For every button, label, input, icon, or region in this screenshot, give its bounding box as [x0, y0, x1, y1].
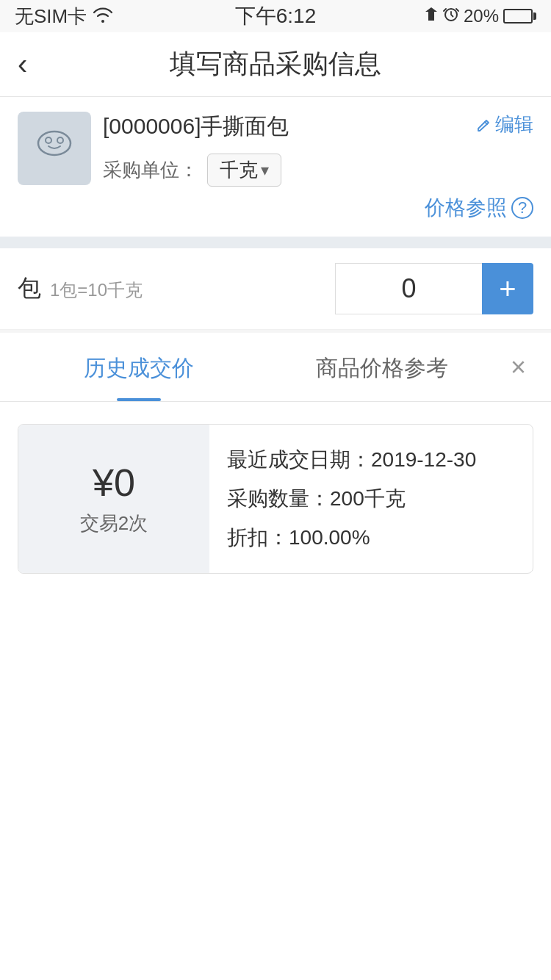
price-transactions: 交易2次 — [80, 511, 148, 536]
chevron-down-icon: ▾ — [261, 161, 269, 180]
product-image — [18, 112, 91, 185]
wifi-icon — [93, 5, 113, 28]
tabs-panel: 历史成交价 商品价格参考 × ¥0 交易2次 最近成交日期：2019-12-30… — [0, 333, 551, 596]
quantity-left: 包 1包=10千克 — [18, 273, 143, 305]
discount-value: 100.00% — [289, 526, 370, 549]
product-second-row: 价格参照 ? — [18, 194, 533, 222]
history-content: ¥0 交易2次 最近成交日期：2019-12-30 采购数量：200千克 折扣：… — [0, 402, 551, 596]
svg-point-3 — [57, 137, 63, 143]
location-icon — [424, 6, 439, 26]
unit-select-text: 千克 — [220, 157, 258, 183]
tab-product-price-ref[interactable]: 商品价格参考 — [260, 333, 503, 401]
product-header: [0000006]手撕面包 采购单位： 千克 ▾ 编辑 — [18, 112, 533, 187]
recent-date-row: 最近成交日期：2019-12-30 — [227, 445, 515, 474]
purchase-quantity-label: 采购数量： — [227, 487, 330, 510]
price-amount: 0 — [114, 461, 135, 504]
tabs-header: 历史成交价 商品价格参考 × — [0, 333, 551, 402]
discount-label: 折扣： — [227, 526, 289, 549]
back-button[interactable]: ‹ — [18, 48, 27, 81]
status-bar: 无SIM卡 下午6:12 20% — [0, 0, 551, 32]
recent-date-label: 最近成交日期： — [227, 448, 371, 471]
package-unit-label: 包 — [18, 273, 41, 305]
battery-percent: 20% — [464, 6, 499, 26]
discount-row: 折扣：100.00% — [227, 523, 515, 552]
edit-label: 编辑 — [495, 112, 533, 137]
product-unit-row: 采购单位： 千克 ▾ — [103, 154, 289, 187]
product-name: [0000006]手撕面包 — [103, 112, 289, 142]
tab-history-price[interactable]: 历史成交价 — [18, 333, 260, 401]
nav-bar: ‹ 填写商品采购信息 — [0, 32, 551, 97]
price-reference-button[interactable]: 价格参照 ? — [425, 194, 533, 222]
price-value: ¥0 — [93, 461, 135, 505]
svg-point-2 — [46, 137, 51, 143]
product-card: [0000006]手撕面包 采购单位： 千克 ▾ 编辑 价格参照 ? — [0, 97, 551, 237]
svg-point-1 — [38, 131, 71, 155]
purchase-quantity-value: 200千克 — [330, 487, 406, 510]
recent-date-value: 2019-12-30 — [371, 448, 476, 471]
tabs-close-button[interactable]: × — [503, 337, 533, 397]
product-left: [0000006]手撕面包 采购单位： 千克 ▾ — [18, 112, 289, 187]
price-card-right: 最近成交日期：2019-12-30 采购数量：200千克 折扣：100.00% — [209, 425, 533, 573]
status-left: 无SIM卡 — [15, 4, 113, 29]
price-card: ¥0 交易2次 最近成交日期：2019-12-30 采购数量：200千克 折扣：… — [18, 424, 533, 574]
battery-icon — [503, 9, 536, 24]
status-right: 20% — [424, 6, 536, 26]
product-thumbnail-icon — [32, 123, 76, 175]
price-ref-label: 价格参照 — [425, 194, 507, 222]
price-card-left: ¥0 交易2次 — [18, 425, 209, 573]
conversion-label: 1包=10千克 — [50, 278, 143, 302]
carrier-text: 无SIM卡 — [15, 4, 87, 29]
quantity-row: 包 1包=10千克 + — [0, 248, 551, 330]
help-icon: ? — [511, 197, 533, 219]
price-currency: ¥ — [93, 461, 114, 504]
purchase-quantity-row: 采购数量：200千克 — [227, 484, 515, 513]
edit-button[interactable]: 编辑 — [476, 112, 533, 137]
product-info: [0000006]手撕面包 采购单位： 千克 ▾ — [103, 112, 289, 187]
alarm-icon — [443, 6, 459, 26]
quantity-plus-button[interactable]: + — [482, 263, 533, 314]
status-time: 下午6:12 — [235, 2, 317, 30]
unit-label: 采购单位： — [103, 157, 198, 183]
quantity-input-group: + — [335, 263, 533, 314]
section-divider — [0, 237, 551, 248]
bottom-area — [0, 596, 551, 980]
quantity-input[interactable] — [335, 263, 482, 314]
page-title: 填写商品采购信息 — [170, 46, 381, 82]
unit-select[interactable]: 千克 ▾ — [207, 154, 281, 187]
